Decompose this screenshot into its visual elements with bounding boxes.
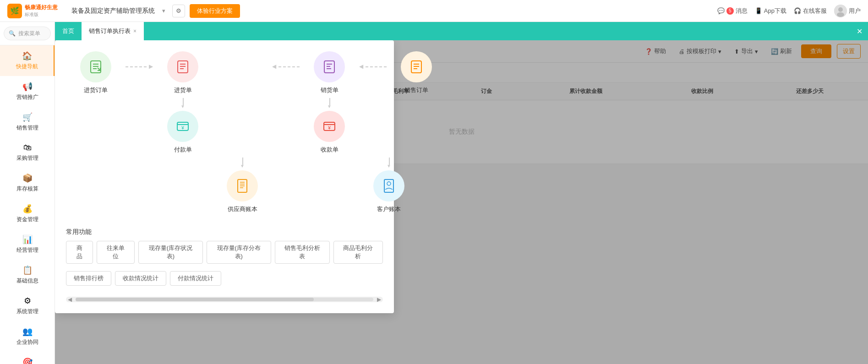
message-badge: 5 [726, 7, 734, 15]
flow-item-sales[interactable]: 销货单 [300, 51, 359, 94]
tab-active[interactable]: 销售订单执行表 × [82, 22, 144, 40]
message-button[interactable]: 💬 5 消息 [717, 7, 748, 15]
guide-icon: 🎯 [22, 357, 33, 364]
func-button[interactable]: 商品毛利分析 [333, 241, 383, 264]
sidebar-item-label: 库存核算 [16, 185, 38, 193]
sidebar-item-finance[interactable]: 💰 资金管理 [0, 198, 55, 229]
sidebar-item-guide[interactable]: 🎯 新手引导 [0, 352, 55, 364]
arrow-down-3 [213, 158, 272, 168]
inventory-icon: 📦 [22, 173, 33, 183]
sidebar-item-label: 企业协同 [16, 338, 38, 346]
sales-label: 销货单 [321, 86, 338, 94]
try-button[interactable]: 体验行业方案 [190, 4, 240, 18]
flow-arrows-down [66, 98, 359, 109]
sidebar-item-label: 资金管理 [16, 216, 38, 223]
app-download-label: App下载 [764, 7, 786, 15]
sidebar-item-marketing[interactable]: 📢 营销推广 [0, 76, 55, 107]
receipt-icon: ¥ [314, 111, 345, 142]
popup: 进货订单 进货单 [55, 40, 394, 313]
purchase-icon: 🛍 [23, 143, 32, 152]
common-functions: 常用功能 商品往来单位现存量(库存状况表)现存量(库存分布表)销售毛利分析表商品… [66, 228, 383, 289]
quick-nav-icon: 🏠 [22, 51, 32, 61]
arrow-down-4 [359, 158, 419, 168]
sidebar-item-label: 基础信息 [16, 277, 38, 285]
func-button[interactable]: 收款情况统计 [115, 271, 166, 286]
top-header: 🌿 畅康通好生意 标准版 装备及固定资产辅助管理系统 ▾ ⚙ 体验行业方案 💬 … [0, 0, 868, 22]
sidebar-item-inventory[interactable]: 📦 库存核算 [0, 168, 55, 198]
system-title: 装备及固定资产辅助管理系统 [71, 7, 155, 15]
scroll-right-arrow[interactable]: ▶ [375, 296, 383, 303]
sidebar-item-enterprise[interactable]: 👥 企业协同 [0, 321, 55, 352]
func-button[interactable]: 现存量(库存状况表) [138, 241, 203, 264]
service-icon: 🎧 [794, 7, 801, 14]
flow-item-customer-ledger[interactable]: 客户账本 [359, 170, 419, 213]
search-icon: 🔍 [9, 30, 16, 37]
supplier-ledger-label: 供应商账本 [228, 205, 257, 213]
sidebar-item-management[interactable]: 📊 经营管理 [0, 229, 55, 260]
logo-text: 畅康通好生意 标准版 [25, 4, 58, 17]
sidebar-item-label: 营销推广 [16, 93, 38, 101]
func-button[interactable]: 现存量(库存分布表) [207, 241, 271, 264]
func-button[interactable]: 付款情况统计 [170, 271, 221, 286]
sidebar: 🔍 搜索菜单 🏠 快捷导航 📢 营销推广 🛒 销售管理 🛍 采购管理 📦 库存核… [0, 22, 55, 364]
customer-ledger-label: 客户账本 [377, 205, 401, 213]
flow-row-3: 供应商账本 客户账本 [66, 170, 419, 213]
arrow-3 [359, 66, 387, 67]
tab-bar: 首页 销售订单执行表 × ✕ [55, 22, 868, 40]
overlay[interactable]: 进货订单 进货单 [55, 40, 868, 364]
sidebar-search-area: 🔍 搜索菜单 [0, 22, 55, 45]
management-icon: 📊 [22, 234, 33, 244]
app-download-button[interactable]: 📱 App下载 [755, 7, 786, 15]
sidebar-item-label: 经营管理 [16, 246, 38, 254]
flow-item-payment[interactable]: ¥ 付款单 [153, 111, 213, 154]
search-menu-button[interactable]: 🔍 搜索菜单 [4, 27, 51, 40]
sidebar-item-label: 快捷导航 [16, 63, 38, 71]
popup-scrollbar[interactable]: ◀ ▶ [66, 297, 383, 302]
gear-button[interactable]: ⚙ [172, 5, 185, 17]
logo-area: 🌿 畅康通好生意 标准版 [7, 4, 62, 18]
tab-active-label: 销售订单执行表 [89, 27, 131, 35]
tab-home[interactable]: 首页 [55, 22, 82, 40]
scrollbar-thumb [76, 298, 314, 301]
system-icon: ⚙ [24, 296, 31, 306]
svg-rect-30 [384, 179, 393, 192]
flow-diagram: 进货订单 进货单 [66, 51, 383, 217]
sidebar-item-purchase[interactable]: 🛍 采购管理 [0, 137, 55, 168]
func-button[interactable]: 商品 [66, 241, 93, 264]
flow-item-purchase[interactable]: 进货单 [153, 51, 213, 94]
supplier-ledger-icon [227, 170, 258, 201]
func-button[interactable]: 往来单位 [97, 241, 135, 264]
content-area: 首页 销售订单执行表 × ✕ ❓ 帮助 🖨 按模板打印 ▾ [55, 22, 868, 364]
sidebar-item-sales[interactable]: 🛒 销售管理 [0, 107, 55, 137]
flow-item-receipt[interactable]: ¥ 收款单 [300, 111, 359, 154]
dropdown-icon[interactable]: ▾ [159, 7, 168, 15]
func-button[interactable]: 销售毛利分析表 [275, 241, 330, 264]
sidebar-item-quick-nav[interactable]: 🏠 快捷导航 [0, 45, 55, 76]
scroll-left-arrow[interactable]: ◀ [66, 296, 74, 303]
search-label: 搜索菜单 [18, 30, 40, 38]
user-area[interactable]: 用户 [834, 5, 861, 17]
tab-bar-close-button[interactable]: ✕ [851, 22, 868, 40]
scrollbar-track [76, 298, 373, 301]
svg-point-31 [387, 182, 391, 185]
spacer3 [213, 98, 272, 109]
online-service-button[interactable]: 🎧 在线客服 [794, 7, 827, 15]
spacer1 [66, 98, 126, 109]
flow-item-supplier-ledger[interactable]: 供应商账本 [213, 170, 272, 213]
sidebar-item-system[interactable]: ⚙ 系统管理 [0, 290, 55, 321]
flow-item-sales-order[interactable]: 销售订单 [387, 51, 446, 94]
main-layout: 🔍 搜索菜单 🏠 快捷导航 📢 营销推广 🛒 销售管理 🛍 采购管理 📦 库存核… [0, 22, 868, 364]
sidebar-item-label: 系统管理 [16, 308, 38, 315]
sales-icon: 🛒 [22, 112, 33, 122]
tab-close-icon[interactable]: × [133, 28, 136, 34]
common-title: 常用功能 [66, 228, 383, 236]
sidebar-item-basic-info[interactable]: 📋 基础信息 [0, 260, 55, 290]
func-button-row: 商品往来单位现存量(库存状况表)现存量(库存分布表)销售毛利分析表商品毛利分析 [66, 241, 383, 264]
func-button[interactable]: 销售排行榜 [66, 271, 111, 286]
flow-item-purchase-order[interactable]: 进货订单 [66, 51, 126, 94]
online-service-label: 在线客服 [803, 7, 827, 15]
sidebar-item-label: 销售管理 [16, 124, 38, 132]
customer-ledger-icon [373, 170, 404, 201]
arrow-down-1 [153, 98, 213, 109]
func-buttons: 商品往来单位现存量(库存状况表)现存量(库存分布表)销售毛利分析表商品毛利分析销… [66, 241, 383, 289]
